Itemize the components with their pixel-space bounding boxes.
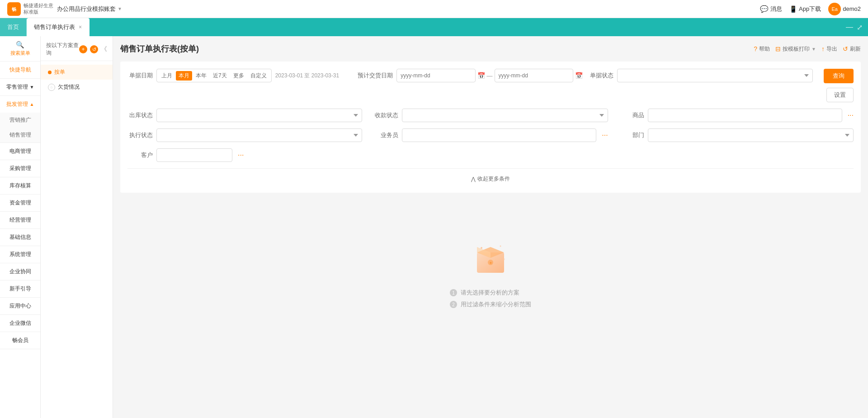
sidebar-group-wechat: 企业微信 [0, 315, 40, 332]
sidebar-group-ecommerce-header[interactable]: 电商管理 [0, 143, 40, 160]
shortcut-this-year[interactable]: 本年 [193, 71, 209, 81]
scheme-item-by-order[interactable]: 按单 [41, 65, 113, 80]
payment-label: 收款状态 [373, 111, 398, 119]
payment-select[interactable] [402, 109, 608, 122]
user-name: demo2 [843, 5, 861, 12]
tab-sales-order[interactable]: 销售订单执行表 × [27, 18, 90, 36]
staff-more-icon[interactable]: ··· [602, 131, 608, 139]
exec-filter: 执行状态 [127, 128, 362, 142]
shortcut-more[interactable]: 更多 [231, 71, 247, 81]
dept-select[interactable] [648, 128, 854, 142]
sidebar-item-quick-nav[interactable]: 快捷导航 [0, 62, 40, 79]
sidebar-group-wholesale-label: 批发管理 [6, 100, 28, 108]
active-dot-icon [48, 71, 52, 74]
print-arrow-icon: ▼ [811, 47, 816, 52]
sidebar-group-guide-header[interactable]: 新手引导 [0, 280, 40, 297]
sidebar-guide-label: 新手引导 [9, 285, 31, 293]
delivery-select[interactable] [156, 109, 362, 122]
tip1-text: 请先选择要分析的方案 [461, 289, 519, 297]
sidebar-group-finance-header[interactable]: 资金管理 [0, 195, 40, 211]
collapse-panel-button[interactable]: 《 [101, 45, 107, 53]
staff-input[interactable] [402, 128, 596, 142]
sidebar-group-collab-header[interactable]: 企业协同 [0, 263, 40, 280]
shortcut-7days[interactable]: 近7天 [210, 71, 230, 81]
scheme-item-backorder[interactable]: ○ 欠货情况 [41, 80, 113, 95]
tab-home[interactable]: 首页 [0, 18, 27, 36]
exec-select[interactable] [156, 128, 362, 142]
sidebar-group-wholesale: 批发管理 ▲ 营销推广 销售管理 [0, 96, 40, 143]
page-title: 销售订单执行表(按单) [120, 43, 199, 54]
sidebar-group-inventory: 库存核算 [0, 177, 40, 195]
sidebar-group-wholesale-header[interactable]: 批发管理 ▲ [0, 96, 40, 113]
empty-icon: ✦ [468, 234, 513, 280]
settings-button[interactable]: 设置 [826, 88, 854, 102]
sidebar-item-sales-mgmt[interactable]: 销售管理 [0, 128, 40, 142]
sidebar-group-member-header[interactable]: 畅会员 [0, 332, 40, 349]
staff-label: 业务员 [373, 131, 398, 139]
sidebar-group-inventory-header[interactable]: 库存核算 [0, 177, 40, 194]
end-calendar-icon[interactable]: 📅 [575, 72, 583, 79]
refresh-button[interactable]: ↺ 刷新 [843, 45, 861, 53]
sidebar-inventory-label: 库存核算 [9, 182, 31, 190]
app-download-button[interactable]: 📱 App下载 [789, 5, 821, 13]
sidebar-group-retail-header[interactable]: 零售管理 ▼ [0, 79, 40, 95]
print-button[interactable]: ⊟ 按模板打印 ▼ [775, 45, 816, 53]
sidebar-basics-label: 基础信息 [9, 233, 31, 241]
sidebar-marketing-label: 营销推广 [9, 117, 31, 123]
right-content: 销售订单执行表(按单) ? 帮助 ⊟ 按模板打印 ▼ ↑ 导出 [113, 36, 868, 418]
tip1-num: 1 [450, 289, 457, 296]
main-content: 按以下方案查询 + ↺ 《 按单 ○ 欠货情况 销售订单执行表(按单) [41, 36, 868, 418]
shortcut-last-month[interactable]: 上月 [159, 71, 175, 81]
date-shortcut-group: 上月 本月 本年 近7天 更多 自定义 [156, 69, 272, 82]
export-icon: ↑ [821, 45, 825, 52]
sidebar-group-guide: 新手引导 [0, 280, 40, 298]
breadcrumb[interactable]: 办公用品行业模拟账套 ▼ [57, 5, 122, 13]
refresh-icon: ↺ [843, 45, 848, 52]
shortcut-this-month[interactable]: 本月 [176, 71, 192, 81]
circle-icon: ○ [48, 84, 55, 91]
customer-input[interactable] [156, 148, 232, 162]
sidebar-nav-label: 快捷导航 [9, 66, 31, 73]
sidebar-purchase-label: 采购管理 [9, 165, 31, 172]
sidebar-item-marketing[interactable]: 营销推广 [0, 113, 40, 128]
expected-date-label: 预计交货日期 [358, 71, 393, 80]
date-range-display: 2023-03-01 至 2023-03-31 [275, 72, 339, 80]
svg-text:✦: ✦ [489, 261, 492, 265]
goods-input[interactable] [648, 109, 842, 122]
refresh-scheme-button[interactable]: ↺ [90, 45, 98, 53]
sidebar-group-retail-label: 零售管理 [6, 83, 28, 91]
filter-card: 单据日期 上月 本月 本年 近7天 更多 自定义 2023-03-01 至 20… [120, 62, 861, 193]
sidebar-group-system-header[interactable]: 系统管理 [0, 246, 40, 263]
query-button[interactable]: 查询 [824, 69, 854, 83]
tab-home-label: 首页 [7, 23, 19, 31]
start-calendar-icon[interactable]: 📅 [477, 72, 485, 79]
tab-minimize-icon[interactable]: — [846, 23, 853, 31]
sidebar-group-wechat-header[interactable]: 企业微信 [0, 315, 40, 332]
customer-more-icon[interactable]: ··· [238, 151, 244, 159]
message-button[interactable]: 💬 消息 [760, 5, 782, 13]
export-button[interactable]: ↑ 导出 [821, 45, 837, 53]
goods-more-icon[interactable]: ··· [848, 111, 854, 119]
sidebar-group-basics-header[interactable]: 基础信息 [0, 229, 40, 246]
sidebar-member-label: 畅会员 [12, 337, 28, 344]
tab-expand-icon[interactable]: ⤢ [857, 23, 863, 32]
collapse-arrow-icon: ⋀ [471, 176, 476, 182]
empty-tip-2: 2 用过滤条件来缩小分析范围 [450, 300, 531, 309]
expected-date-end[interactable] [495, 69, 573, 82]
shortcut-custom[interactable]: 自定义 [248, 71, 269, 81]
help-button[interactable]: ? 帮助 [754, 45, 770, 53]
avatar-text: Ea [832, 6, 838, 12]
expected-date-start[interactable] [396, 69, 475, 82]
sidebar-group-apps-header[interactable]: 应用中心 [0, 298, 40, 314]
collapse-more-button[interactable]: ⋀ 收起更多条件 [127, 172, 854, 185]
sidebar-group-purchase-header[interactable]: 采购管理 [0, 160, 40, 177]
sidebar-group-operations-header[interactable]: 经营管理 [0, 212, 40, 228]
sidebar-wechat-label: 企业微信 [9, 319, 31, 327]
sidebar-search[interactable]: 🔍 搜索菜单 [0, 36, 40, 62]
user-menu[interactable]: Ea demo2 [828, 3, 861, 15]
tab-close-icon[interactable]: × [79, 24, 82, 30]
tab-bar-actions: — ⤢ [846, 23, 868, 32]
tip2-text: 用过滤条件来缩小分析范围 [461, 300, 531, 309]
status-select[interactable] [617, 69, 813, 82]
add-scheme-button[interactable]: + [79, 45, 87, 53]
